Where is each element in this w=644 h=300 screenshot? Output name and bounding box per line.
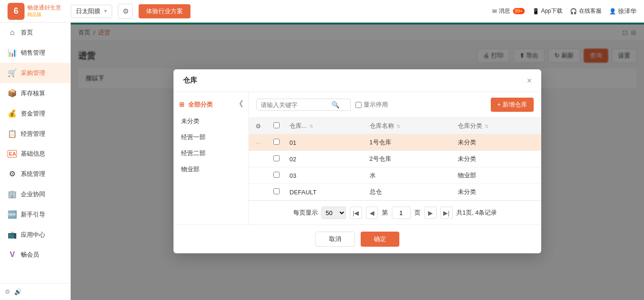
logo-icon: 6	[8, 3, 25, 20]
category-panel: ⊞ 全部分类 《 未分类 经营一部 经营二部 物业部	[173, 92, 249, 225]
layout: ⌂ 首页 📊 销售管理 🛒 采购管理 📦 库存核算 💰 资金管理 📋 经营管理 …	[0, 23, 644, 300]
row-checkbox[interactable]	[273, 188, 280, 194]
category-item-0[interactable]: 未分类	[173, 113, 248, 129]
sidebar-label-guide: 新手引导	[21, 210, 45, 219]
show-disabled-checkbox-label[interactable]: 显示停用	[355, 100, 388, 109]
sidebar-item-inventory[interactable]: 📦 库存核算	[0, 83, 70, 103]
row-code: DEFAULT	[285, 184, 365, 200]
page-label: 第	[382, 208, 388, 217]
grid-icon: ⊞	[179, 101, 184, 108]
sidebar-item-appcenter[interactable]: 📺 应用中心	[0, 225, 70, 245]
col-check	[268, 118, 285, 134]
row-code: 03	[285, 167, 365, 184]
table-row[interactable]: 02 2号仓库 未分类	[249, 151, 541, 167]
show-disabled-checkbox[interactable]	[355, 102, 362, 108]
row-name: 水	[365, 167, 453, 184]
store-selector[interactable]: 日太阳膜 ▾	[71, 5, 112, 18]
notification-btn[interactable]: ✉ 消息 99+	[492, 7, 525, 15]
sidebar: ⌂ 首页 📊 销售管理 🛒 采购管理 📦 库存核算 💰 资金管理 📋 经营管理 …	[0, 23, 71, 300]
sidebar-label-base: 基础信息	[21, 150, 45, 158]
search-input[interactable]	[261, 101, 331, 108]
table-row[interactable]: ··· 01 1号仓库 未分类	[249, 134, 541, 151]
purchase-icon: 🛒	[8, 68, 17, 77]
row-actions[interactable]	[249, 184, 268, 200]
sidebar-item-enterprise[interactable]: 🏢 企业协同	[0, 184, 70, 204]
add-warehouse-button[interactable]: + 新增仓库	[491, 98, 534, 112]
row-more-icon[interactable]: ···	[256, 139, 261, 146]
settings-small-icon[interactable]: ⚙	[5, 288, 10, 295]
logo-sub: 精品版	[27, 11, 61, 18]
sidebar-item-finance[interactable]: 💰 资金管理	[0, 103, 70, 124]
chevron-down-icon: ▾	[104, 8, 107, 14]
user-name: 徐泽华	[618, 7, 636, 16]
cancel-button[interactable]: 取消	[315, 232, 355, 247]
sidebar-label-sales: 销售管理	[21, 49, 45, 57]
row-checkbox[interactable]	[273, 139, 280, 145]
audio-icon[interactable]: 🔊	[14, 288, 22, 295]
mobile-icon: 📱	[532, 8, 539, 15]
sort-name-icon[interactable]: ⇅	[396, 124, 400, 129]
app-download-btn[interactable]: 📱 App下载	[532, 7, 562, 15]
next-page-btn[interactable]: ▶	[424, 207, 437, 219]
last-page-btn[interactable]: ▶|	[440, 207, 453, 219]
sidebar-item-vip[interactable]: V 畅会员	[0, 245, 70, 265]
row-category: 未分类	[453, 134, 541, 151]
sidebar-item-system[interactable]: ⚙ 系统管理	[0, 164, 70, 184]
search-box: 🔍	[256, 99, 351, 111]
user-menu[interactable]: 👤 徐泽华	[609, 7, 636, 16]
sidebar-item-purchase[interactable]: 🛒 采购管理	[0, 63, 70, 83]
finance-icon: 💰	[8, 109, 17, 118]
row-checkbox[interactable]	[273, 155, 280, 161]
select-all-checkbox[interactable]	[273, 122, 280, 128]
row-name: 1号仓库	[365, 134, 453, 151]
per-page-select[interactable]: 20 50 100	[322, 207, 346, 219]
sort-category-icon[interactable]: ⇅	[485, 124, 488, 129]
row-actions[interactable]	[249, 167, 268, 184]
sidebar-item-home[interactable]: ⌂ 首页	[0, 23, 70, 42]
collapse-icon[interactable]: 《	[235, 100, 243, 109]
settings-icon[interactable]: ⚙	[118, 4, 133, 19]
home-icon: ⌂	[8, 28, 17, 37]
category-item-3[interactable]: 物业部	[173, 161, 248, 177]
row-actions[interactable]: ···	[249, 134, 268, 151]
inventory-icon: 📦	[8, 89, 17, 98]
modal-title: 仓库	[183, 76, 197, 85]
sort-code-icon[interactable]: ⇅	[309, 124, 313, 129]
trial-button[interactable]: 体验行业方案	[139, 4, 190, 18]
row-checkbox[interactable]	[273, 172, 280, 178]
modal-close-button[interactable]: ×	[527, 76, 532, 85]
table-row[interactable]: 03 水 物业部	[249, 167, 541, 184]
search-icon[interactable]: 🔍	[331, 101, 339, 108]
first-page-btn[interactable]: |◀	[350, 207, 362, 219]
show-disabled-label: 显示停用	[363, 100, 388, 109]
sidebar-item-operations[interactable]: 📋 经营管理	[0, 124, 70, 144]
sidebar-label-inventory: 库存核算	[21, 89, 45, 98]
bell-icon: ✉	[492, 8, 497, 15]
sidebar-item-base[interactable]: EA 基础信息	[0, 144, 70, 164]
col-name-label: 仓库名称	[370, 122, 394, 129]
system-icon: ⚙	[8, 169, 17, 178]
table-settings-icon[interactable]: ⚙	[256, 123, 261, 130]
per-page-label: 每页显示	[293, 208, 318, 217]
guide-icon: 🆕	[8, 210, 17, 219]
table-wrapper: ⚙ 仓库... ⇅	[249, 118, 541, 200]
category-item-2[interactable]: 经营二部	[173, 145, 248, 161]
row-actions[interactable]	[249, 151, 268, 167]
modal-header: 仓库 ×	[173, 69, 541, 92]
total-info: 共1页, 4条记录	[456, 208, 497, 217]
sidebar-label-home: 首页	[21, 28, 33, 37]
all-category-header[interactable]: ⊞ 全部分类 《	[173, 97, 248, 113]
confirm-button[interactable]: 确定	[361, 232, 399, 247]
category-item-1[interactable]: 经营一部	[173, 129, 248, 145]
sidebar-item-sales[interactable]: 📊 销售管理	[0, 42, 70, 63]
table-row[interactable]: DEFAULT 总仓 未分类	[249, 184, 541, 200]
table-body: ··· 01 1号仓库 未分类 02 2号仓库 未分类	[249, 134, 541, 200]
col-category-label: 仓库分类	[458, 122, 482, 129]
row-category: 物业部	[453, 167, 541, 184]
user-icon: 👤	[609, 8, 616, 15]
page-number-input[interactable]	[392, 207, 411, 219]
prev-page-btn[interactable]: ◀	[366, 207, 378, 219]
sidebar-item-guide[interactable]: 🆕 新手引导	[0, 204, 70, 225]
online-service-btn[interactable]: 🎧 在线客服	[570, 7, 602, 15]
sidebar-label-enterprise: 企业协同	[21, 190, 45, 199]
